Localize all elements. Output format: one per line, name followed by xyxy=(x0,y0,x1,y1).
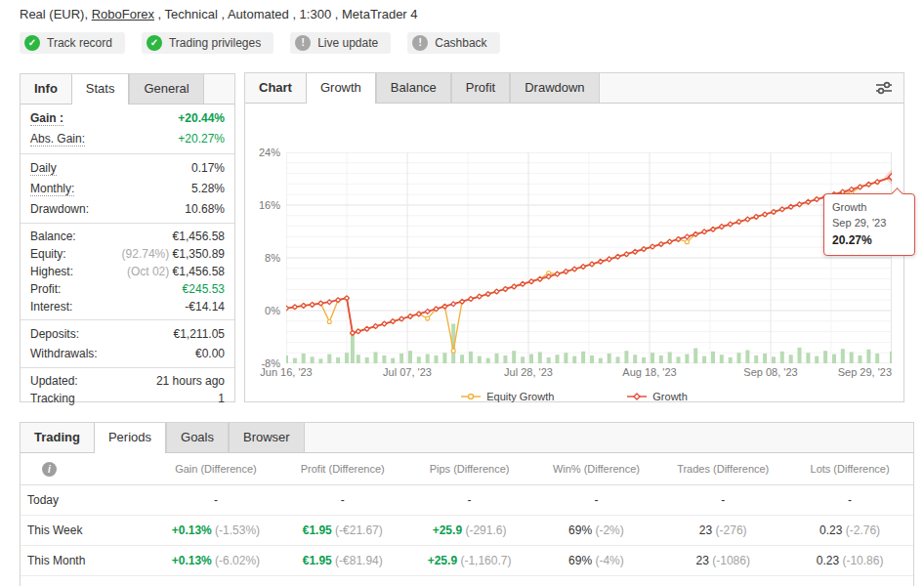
column-header: Lots (Difference) xyxy=(786,453,913,485)
stats-label: Tracking xyxy=(30,392,75,405)
period-value-cell: 0.23 (-2.76) xyxy=(786,516,913,546)
legend-label: Growth xyxy=(652,391,687,402)
stats-label: Balance: xyxy=(30,230,76,243)
badge-live-update[interactable]: ! Live update xyxy=(290,32,391,54)
stats-body: Gain :+20.44%Abs. Gain:+20.27%Daily0.17%… xyxy=(21,105,234,411)
growth-chart[interactable]: 24%16%8%0%-8% Jun 16, '23Jul 07, '23Jul … xyxy=(245,104,903,402)
stats-value: 0.17% xyxy=(191,161,225,175)
x-tick-label: Aug 18, '23 xyxy=(622,366,676,378)
period-value-cell: - xyxy=(279,485,406,516)
stats-label: Highest: xyxy=(30,265,73,278)
x-tick-label: Sep 29, '23 xyxy=(838,366,892,378)
stats-group: Balance:€1,456.58Equity:(92.74%) €1,350.… xyxy=(21,224,234,320)
growth-marker-icon xyxy=(627,393,647,400)
stats-row: Highest:(Oct 02) €1,456.58 xyxy=(21,263,234,280)
stats-row: Drawdown:10.68% xyxy=(21,199,234,219)
stats-value-prefix: (92.74%) xyxy=(122,247,173,261)
chart-legend: Equity Growth Growth xyxy=(245,391,903,402)
badge-label: Live update xyxy=(317,36,378,50)
column-header: Win% (Difference) xyxy=(532,453,659,485)
y-tick-label: 8% xyxy=(245,252,280,264)
check-icon: ✓ xyxy=(24,35,40,51)
stats-label: Profit: xyxy=(30,282,61,296)
period-value-cell: - xyxy=(786,485,913,516)
period-value-cell: 69% (-2%) xyxy=(532,516,659,546)
stats-row: Interest:-€14.14 xyxy=(21,298,234,315)
period-value-cell: €1.95 (-€21.67) xyxy=(279,516,406,546)
period-label: This Week xyxy=(21,516,152,546)
tab-drawdown[interactable]: Drawdown xyxy=(510,73,599,103)
info-icon[interactable]: i xyxy=(42,462,57,477)
chart-tabs: Chart Growth Balance Profit Drawdown xyxy=(245,73,903,104)
badge-trading-privileges[interactable]: ✓ Trading privileges xyxy=(142,32,273,54)
badge-cashback[interactable]: ! Cashback xyxy=(407,32,499,54)
period-value-cell: - xyxy=(406,485,533,516)
stats-label: Deposits: xyxy=(30,327,79,341)
tab-chart[interactable]: Chart xyxy=(245,73,306,103)
stats-row: Equity:(92.74%) €1,350.89 xyxy=(21,245,234,263)
x-tick-label: Sep 08, '23 xyxy=(743,366,797,378)
tab-trading[interactable]: Trading xyxy=(21,423,94,452)
tab-browser[interactable]: Browser xyxy=(229,423,305,452)
stats-value: +20.44% xyxy=(178,111,225,125)
stats-group: Gain :+20.44%Abs. Gain:+20.27% xyxy=(21,105,234,154)
stats-value: 5.28% xyxy=(191,182,225,195)
tab-info[interactable]: Info xyxy=(21,74,71,104)
period-value-cell: €1.95 (-€81.94) xyxy=(279,546,406,576)
period-value-cell: - xyxy=(659,485,786,516)
trading-panel: Trading Periods Goals Browser iGain (Dif… xyxy=(20,422,914,586)
stats-value: 1 xyxy=(218,392,225,405)
stats-label[interactable]: Daily xyxy=(30,161,57,176)
column-header: Trades (Difference) xyxy=(659,453,786,485)
tab-goals[interactable]: Goals xyxy=(166,423,229,452)
period-label: Today xyxy=(21,485,152,516)
stats-value: (Oct 02) €1,456.58 xyxy=(127,265,225,278)
stats-label: Equity: xyxy=(30,247,66,261)
stats-label[interactable]: Abs. Gain: xyxy=(30,132,85,146)
stats-group: Deposits:€1,211.05Withdrawals:€0.00 xyxy=(21,320,234,368)
x-tick-label: Jul 07, '23 xyxy=(383,366,432,378)
account-title: Real (EUR), RoboForex , Technical , Auto… xyxy=(20,7,418,21)
tooltip-value: 20.27% xyxy=(832,232,906,249)
stats-row: Tracking1 xyxy=(21,390,234,407)
stats-value: +20.27% xyxy=(178,132,225,146)
stats-group: Daily0.17%Monthly:5.28%Drawdown:10.68% xyxy=(21,154,234,224)
check-icon: ✓ xyxy=(147,35,162,51)
y-tick-label: 24% xyxy=(245,146,280,158)
chart-plot[interactable] xyxy=(286,152,892,363)
stats-row: Balance:€1,456.58 xyxy=(21,228,234,245)
legend-growth[interactable]: Growth xyxy=(627,391,687,402)
stats-label[interactable]: Monthly: xyxy=(30,182,74,196)
stats-value: €245.53 xyxy=(183,282,225,296)
stats-value: €1,456.58 xyxy=(173,230,225,243)
badge-track-record[interactable]: ✓ Track record xyxy=(20,32,125,54)
broker-link[interactable]: RoboForex xyxy=(92,7,154,21)
stats-row: Profit:€245.53 xyxy=(21,280,234,298)
period-value-cell: +25.9 (-1,160.7) xyxy=(406,546,533,576)
tooltip-date: Sep 29, '23 xyxy=(832,216,906,231)
tab-growth[interactable]: Growth xyxy=(306,73,376,104)
badge-label: Trading privileges xyxy=(169,36,261,50)
legend-equity-growth[interactable]: Equity Growth xyxy=(461,391,554,402)
period-value-cell: +0.13% (-1.53%) xyxy=(152,516,279,546)
stats-value: 21 hours ago xyxy=(156,374,225,388)
equity-growth-marker-icon xyxy=(461,393,481,400)
periods-table: iGain (Difference)Profit (Difference)Pip… xyxy=(21,453,913,586)
info-panel: Info Stats General Gain :+20.44%Abs. Gai… xyxy=(20,73,235,402)
stats-row: Updated:21 hours ago xyxy=(21,372,234,390)
chart-settings-icon[interactable] xyxy=(874,78,894,98)
period-value-cell: +1,580.0 ( - ) xyxy=(406,576,533,586)
stats-value: €0.00 xyxy=(195,347,225,360)
stats-label[interactable]: Gain : xyxy=(30,111,63,126)
badge-label: Track record xyxy=(47,36,112,50)
period-value-cell: 0.23 (-10.86) xyxy=(786,546,913,576)
legend-label: Equity Growth xyxy=(486,391,554,402)
period-value-cell: 72% ( - ) xyxy=(532,576,659,586)
tab-stats[interactable]: Stats xyxy=(71,74,130,105)
stats-value-prefix: (Oct 02) xyxy=(127,265,173,278)
tab-periods[interactable]: Periods xyxy=(94,423,166,453)
tab-general[interactable]: General xyxy=(129,74,203,104)
column-header-info: i xyxy=(21,453,152,485)
tab-profit[interactable]: Profit xyxy=(451,73,510,103)
tab-balance[interactable]: Balance xyxy=(376,73,451,103)
